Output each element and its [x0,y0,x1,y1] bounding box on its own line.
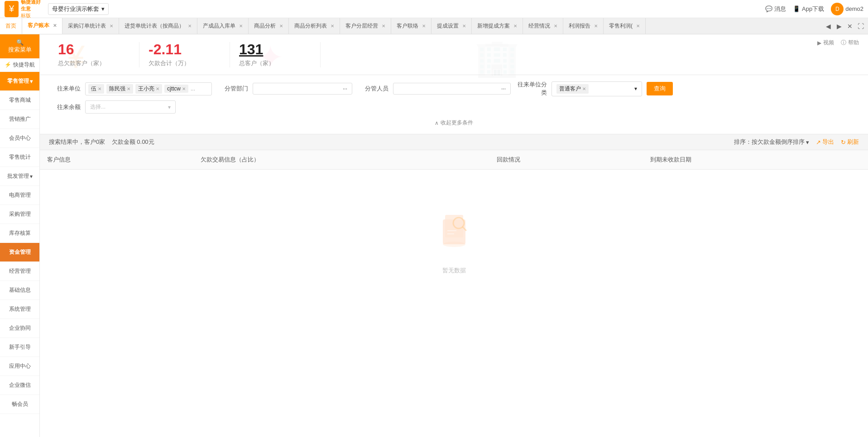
sidebar-item-wholesale[interactable]: 批发管理 ▾ [0,167,39,186]
tag-close-cjttcw[interactable]: ✕ [182,86,186,91]
sidebar-item-new-guide[interactable]: 新手引导 [0,338,39,357]
unit-tags-input[interactable]: 伍 ✕ 陈民强 ✕ 王小亮 ✕ cjttcw ✕ ... [85,82,212,95]
tab-purchase-stats[interactable]: 进货单统计表（按商品） ✕ [119,18,197,34]
tab-close-icon[interactable]: ✕ [422,24,426,28]
tab-product-analysis-list[interactable]: 商品分析列表 ✕ [289,18,340,34]
sidebar-item-inventory[interactable]: 库存核算 [0,224,39,243]
content-area: ¥ ✦ 🏢 16 总欠款客户（家） -2.11 欠款合计（万） 131 总客户（… [40,34,868,437]
result-summary: 搜索结果中，客户0家 欠款金额 0.00元 [49,138,154,146]
export-button[interactable]: ↗ 导出 [816,138,834,146]
person-select[interactable]: ··· [393,83,511,95]
result-actions: 排序：按欠款金额倒序排序 ▾ ↗ 导出 ↻ 刷新 [734,138,859,146]
table-body: 暂无数据 [40,170,868,311]
tab-customer-accounts[interactable]: 客户账本 ✕ [22,18,62,34]
app-download-action[interactable]: 📱 App下载 [793,5,824,13]
sidebar-item-member-plus[interactable]: 畅会员 [0,395,39,414]
empty-state: 暂无数据 [40,170,868,311]
tab-retail-profit[interactable]: 零售利润( ✕ [604,18,646,34]
tab-promotion-settings[interactable]: 提成设置 ✕ [432,18,472,34]
tab-customer-segment[interactable]: 客户分层经营 ✕ [340,18,391,34]
sidebar-item-enterprise[interactable]: 企业协同 [0,319,39,338]
sidebar-item-operations[interactable]: 经营管理 [0,262,39,281]
tag-close-wang[interactable]: ✕ [156,86,159,91]
category-select[interactable]: 普通客户 ✕ ▾ [551,81,642,96]
sidebar-search[interactable]: 🔍 搜索菜单 [0,34,39,58]
sidebar-item-basic-info[interactable]: 基础信息 [0,281,39,300]
chevron-down-icon: ▾ [101,5,105,12]
tag-close-wu[interactable]: ✕ [98,86,101,91]
tab-purchase-orders[interactable]: 采购订单统计表 ✕ [62,18,119,34]
tag-close-chen[interactable]: ✕ [127,86,130,91]
empty-state-cell: 暂无数据 [40,170,868,311]
sidebar-item-app-center[interactable]: 应用中心 [0,357,39,376]
table-container: 客户信息 欠款交易信息（占比） 回款情况 到期未收款日期 [40,150,868,437]
avatar-image: D [831,3,844,15]
tab-close-icon[interactable]: ✕ [594,24,598,28]
stat-actions: ▶ 视频 ⓘ 帮助 [817,39,859,47]
message-action[interactable]: 💬 消息 [765,5,786,13]
tab-close-icon[interactable]: ✕ [53,23,57,28]
dept-label: 分管部门 [216,85,248,93]
tab-close-icon[interactable]: ✕ [462,24,466,28]
tab-close-icon[interactable]: ✕ [513,24,517,28]
tab-close-icon[interactable]: ✕ [110,24,113,28]
refresh-button[interactable]: ↻ 刷新 [841,138,859,146]
filter-row-1: 往来单位 伍 ✕ 陈民强 ✕ 王小亮 ✕ cjttcw [49,81,859,97]
search-icon: 🔍 [0,39,39,46]
sidebar-item-retail-mall[interactable]: 零售商城 [0,91,39,110]
category-label: 往来单位分类 [515,81,547,97]
lightning-icon: ⚡ [5,62,11,68]
logo-text: 畅捷通好生意 标版 [21,0,44,19]
tab-close-icon[interactable]: ✕ [331,24,334,28]
collapse-button[interactable]: ∧ 收起更多条件 [430,117,478,128]
empty-icon [432,206,477,260]
sidebar-item-retail-stats[interactable]: 零售统计 [0,148,39,167]
tab-business-status[interactable]: 经营情况 ✕ [523,18,563,34]
sidebar-item-capital[interactable]: 资金管理 [0,243,39,262]
top-header: ¥ 畅捷通好生意 标版 母婴行业演示帐套 ▾ 💬 消息 📱 App下载 D de… [0,0,868,18]
sidebar-item-system[interactable]: 系统管理 [0,300,39,319]
user-avatar[interactable]: D demo2 [831,3,863,15]
empty-row: 暂无数据 [40,170,868,311]
company-selector[interactable]: 母婴行业演示帐套 ▾ [48,3,109,15]
tab-close-all[interactable]: ✕ [845,21,855,31]
balance-label: 往来余额 [49,103,81,111]
video-help-button[interactable]: ▶ 视频 [817,39,834,47]
sidebar-item-enterprise-wechat[interactable]: 企业微信 [0,376,39,395]
tag-more[interactable]: ... [191,86,195,92]
sidebar-quick-nav[interactable]: ⚡ 快捷导航 [0,58,39,72]
tab-new-promotion[interactable]: 新增提成方案 ✕ [472,18,523,34]
col-customer-info: 客户信息 [40,150,193,170]
sidebar-item-ecommerce[interactable]: 电商管理 [0,186,39,205]
col-debt-info: 欠款交易信息（占比） [193,150,489,170]
stat-total-customers: 16 总欠款客户（家） [49,42,139,67]
tab-scroll-left[interactable]: ◀ [823,21,833,31]
tab-close-icon[interactable]: ✕ [188,24,192,28]
help-button[interactable]: ⓘ 帮助 [841,39,859,47]
sidebar: 🔍 搜索菜单 ⚡ 快捷导航 零售管理 ▾ 零售商城 营销推广 会员中心 零售统计… [0,34,40,437]
tab-close-icon[interactable]: ✕ [279,24,283,28]
tab-product-analysis[interactable]: 商品分析 ✕ [249,18,289,34]
tab-product-inbound[interactable]: 产成品入库单 ✕ [197,18,249,34]
sort-select[interactable]: 排序：按欠款金额倒序排序 ▾ [734,138,809,146]
tab-close-icon[interactable]: ✕ [382,24,385,28]
query-button[interactable]: 查询 [647,82,673,95]
tag-close-normal[interactable]: ✕ [582,86,586,91]
tab-close-icon[interactable]: ✕ [636,24,640,28]
dept-select[interactable]: ··· [253,83,352,95]
balance-select[interactable]: 选择... ▾ [85,100,176,114]
tag-wu: 伍 ✕ [88,84,104,94]
tab-profit-report[interactable]: 利润报告 ✕ [563,18,604,34]
tab-scroll-right[interactable]: ▶ [834,21,844,31]
tab-customer-contact[interactable]: 客户联络 ✕ [391,18,432,34]
stat-bg-icon-1: ¥ [67,39,85,75]
tag-cjttcw: cjttcw ✕ [164,85,188,93]
tab-fullscreen[interactable]: ⛶ [856,21,866,31]
sidebar-item-member-center[interactable]: 会员中心 [0,129,39,148]
sidebar-item-marketing[interactable]: 营销推广 [0,110,39,129]
sidebar-item-purchase[interactable]: 采购管理 [0,205,39,224]
sidebar-item-retail-management[interactable]: 零售管理 ▾ [0,72,39,91]
tab-close-icon[interactable]: ✕ [239,24,243,28]
tab-close-icon[interactable]: ✕ [554,24,557,28]
tab-home[interactable]: 首页 [0,18,22,34]
